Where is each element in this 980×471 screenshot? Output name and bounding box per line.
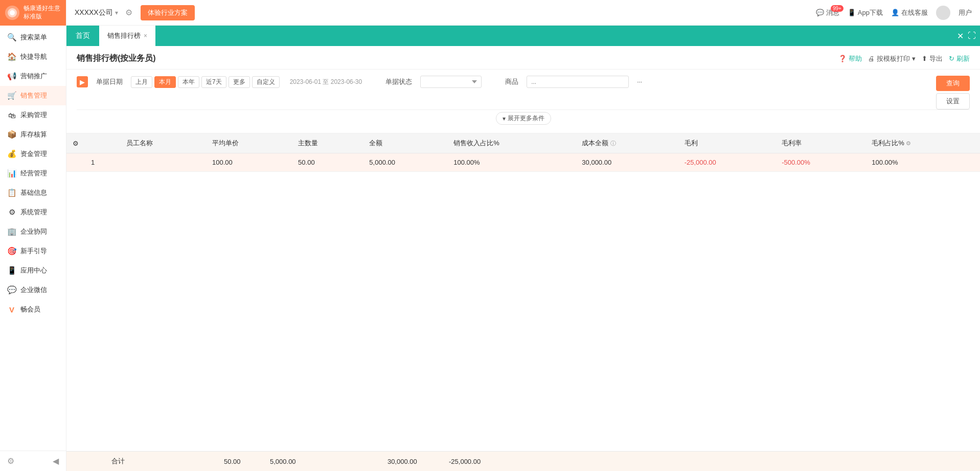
sidebar-item-wechat[interactable]: 💬 企业微信 bbox=[0, 280, 66, 300]
cell-amount: 5,000.00 bbox=[363, 153, 447, 172]
sales-icon: 🛒 bbox=[7, 91, 16, 100]
user-name: 用户 bbox=[959, 8, 972, 17]
sidebar-item-apps[interactable]: 📱 应用中心 bbox=[0, 261, 66, 280]
cell-cost: 30,000.00 bbox=[576, 153, 678, 172]
settings-button[interactable]: 设置 bbox=[936, 93, 970, 109]
help-icon: ❓ bbox=[838, 55, 847, 62]
col-rank bbox=[85, 133, 120, 153]
table-header-row: ⚙ 员工名称 平均单价 主数量 全额 销售收入占比% 成本全额 ⓘ 毛利 毛利率… bbox=[66, 133, 980, 153]
avatar[interactable] bbox=[936, 6, 950, 20]
company-selector[interactable]: XXXXX公司 ▾ bbox=[75, 8, 118, 17]
sidebar-item-system[interactable]: ⚙ 系统管理 bbox=[0, 203, 66, 222]
tab-close-window-button[interactable]: ✕ bbox=[957, 31, 964, 41]
export-button[interactable]: ⬆ 导出 bbox=[922, 54, 943, 63]
topbar-gear-icon[interactable]: ⚙ bbox=[125, 8, 132, 17]
sidebar-item-sales[interactable]: 🛒 销售管理 bbox=[0, 86, 66, 105]
refresh-button[interactable]: ↻ 刷新 bbox=[949, 54, 970, 63]
page-title: 销售排行榜(按业务员) bbox=[77, 53, 156, 64]
goods-input[interactable] bbox=[527, 76, 629, 88]
col-qty: 主数量 bbox=[292, 133, 363, 153]
tab-home[interactable]: 首页 bbox=[66, 26, 99, 46]
sidebar-item-guide[interactable]: 🎯 新手引导 bbox=[0, 241, 66, 261]
date-range-text: 2023-06-01 至 2023-06-30 bbox=[290, 78, 362, 86]
tab-close-icon[interactable]: × bbox=[144, 32, 147, 39]
data-table: ⚙ 员工名称 平均单价 主数量 全额 销售收入占比% 成本全额 ⓘ 毛利 毛利率… bbox=[66, 133, 980, 172]
apps-icon: 📱 bbox=[7, 266, 16, 275]
marketing-icon: 📢 bbox=[7, 72, 16, 81]
query-settings-col: 查询 设置 bbox=[936, 76, 970, 109]
cell-sales-ratio: 100.00% bbox=[447, 153, 576, 172]
col-settings[interactable]: ⚙ bbox=[66, 133, 85, 153]
col-cost: 成本全额 ⓘ bbox=[576, 133, 678, 153]
date-btn-prev-month[interactable]: 上月 bbox=[131, 76, 152, 88]
sidebar-item-purchase[interactable]: 🛍 采购管理 bbox=[0, 105, 66, 125]
filter-expand-arrow[interactable]: ▶ bbox=[77, 76, 88, 87]
filter-row-1: ▶ 单据日期 上月 本月 本年 近7天 更多 自定义 2023-06-01 至 … bbox=[77, 76, 928, 88]
sidebar-menu: 🔍 搜索菜单 🏠 快捷导航 📢 营销推广 🛒 销售管理 🛍 采购管理 📦 库存核… bbox=[0, 26, 66, 451]
table-row: 1 100.00 50.00 5,000.00 100.00% 30,000.0… bbox=[66, 153, 980, 172]
page-header: 销售排行榜(按业务员) ❓ 帮助 🖨 按模板打印 ▾ ⬆ 导出 bbox=[66, 46, 980, 70]
col-sales-ratio: 销售收入占比% bbox=[447, 133, 576, 153]
message-icon: 💬 bbox=[816, 9, 824, 16]
tab-maximize-button[interactable]: ⛶ bbox=[968, 31, 976, 40]
app-download-item[interactable]: 📱 App下载 bbox=[848, 8, 883, 17]
filter-area: ▶ 单据日期 上月 本月 本年 近7天 更多 自定义 2023-06-01 至 … bbox=[66, 70, 980, 133]
cell-settings bbox=[66, 153, 85, 172]
expand-conditions-button[interactable]: ▾ 展开更多条件 bbox=[496, 112, 551, 125]
tab-bar: 首页 销售排行榜 × ✕ ⛶ bbox=[66, 26, 980, 46]
collapse-sidebar-icon[interactable]: ◀ bbox=[53, 456, 59, 466]
col-avg-price: 平均单价 bbox=[206, 133, 292, 153]
home-icon: 🏠 bbox=[7, 52, 16, 61]
guide-icon: 🎯 bbox=[7, 246, 16, 256]
sidebar-item-quick-nav[interactable]: 🏠 快捷导航 bbox=[0, 47, 66, 66]
sidebar: 畅康通好生意 标准版 🔍 搜索菜单 🏠 快捷导航 📢 营销推广 🛒 销售管理 🛍… bbox=[0, 0, 66, 471]
print-icon: 🖨 bbox=[868, 55, 875, 62]
date-btn-more[interactable]: 更多 bbox=[229, 76, 250, 88]
help-button[interactable]: ❓ 帮助 bbox=[838, 54, 862, 63]
message-item[interactable]: 💬 消息 99+ bbox=[816, 8, 839, 17]
tab-sales-rank[interactable]: 销售排行榜 × bbox=[99, 26, 155, 46]
footer-amount: 5,000.00 bbox=[270, 458, 326, 465]
sidebar-item-operations[interactable]: 📊 经营管理 bbox=[0, 164, 66, 183]
sidebar-item-member[interactable]: V 畅会员 bbox=[0, 300, 66, 319]
date-btn-7days[interactable]: 近7天 bbox=[201, 76, 226, 88]
search-icon: 🔍 bbox=[7, 33, 16, 42]
chevron-down-icon: ▾ bbox=[115, 9, 118, 16]
svg-point-2 bbox=[10, 10, 15, 15]
cell-gross-rate: -500.00% bbox=[776, 153, 865, 172]
sidebar-item-enterprise[interactable]: 🏢 企业协同 bbox=[0, 222, 66, 241]
footer-cost: 30,000.00 bbox=[388, 458, 449, 465]
content-area: 销售排行榜(按业务员) ❓ 帮助 🖨 按模板打印 ▾ ⬆ 导出 bbox=[66, 46, 980, 471]
tab-bar-actions: ✕ ⛶ bbox=[957, 31, 980, 41]
status-select[interactable] bbox=[420, 76, 482, 88]
member-icon: V bbox=[7, 305, 16, 314]
settings-footer-icon[interactable]: ⚙ bbox=[7, 456, 14, 466]
sidebar-item-search[interactable]: 🔍 搜索菜单 bbox=[0, 28, 66, 47]
date-btn-current-month[interactable]: 本月 bbox=[154, 76, 176, 88]
app-download-label: App下载 bbox=[858, 8, 883, 17]
sidebar-item-marketing[interactable]: 📢 营销推广 bbox=[0, 66, 66, 86]
topbar: XXXXX公司 ▾ ⚙ 体验行业方案 💬 消息 99+ 📱 App下载 👤 在线… bbox=[66, 0, 980, 26]
date-btn-custom[interactable]: 自定义 bbox=[252, 76, 280, 88]
refresh-icon: ↻ bbox=[949, 55, 954, 62]
cell-avg-price: 100.00 bbox=[206, 153, 292, 172]
print-button[interactable]: 🖨 按模板打印 ▾ bbox=[868, 54, 916, 63]
goods-more-icon[interactable]: ··· bbox=[637, 78, 642, 85]
trial-button[interactable]: 体验行业方案 bbox=[141, 5, 195, 20]
sidebar-item-inventory[interactable]: 📦 库存核算 bbox=[0, 125, 66, 144]
date-filter-group: 上月 本月 本年 近7天 更多 自定义 bbox=[131, 76, 280, 88]
cell-qty: 50.00 bbox=[292, 153, 363, 172]
export-icon: ⬆ bbox=[922, 55, 927, 62]
print-chevron-icon: ▾ bbox=[912, 55, 916, 62]
cell-employee bbox=[120, 153, 206, 172]
company-name: XXXXX公司 bbox=[75, 8, 113, 17]
sidebar-item-finance[interactable]: 💰 资金管理 bbox=[0, 144, 66, 164]
query-button[interactable]: 查询 bbox=[936, 76, 970, 91]
online-service-item[interactable]: 👤 在线客服 bbox=[891, 8, 928, 17]
col-gross: 毛利 bbox=[678, 133, 776, 153]
logo-text: 畅康通好生意 标准版 bbox=[24, 5, 60, 20]
system-icon: ⚙ bbox=[7, 208, 16, 217]
sidebar-item-basic[interactable]: 📋 基础信息 bbox=[0, 183, 66, 203]
table-footer: 合计 50.00 5,000.00 30,000.00 -25,000.00 bbox=[66, 451, 980, 471]
date-btn-year[interactable]: 本年 bbox=[178, 76, 199, 88]
